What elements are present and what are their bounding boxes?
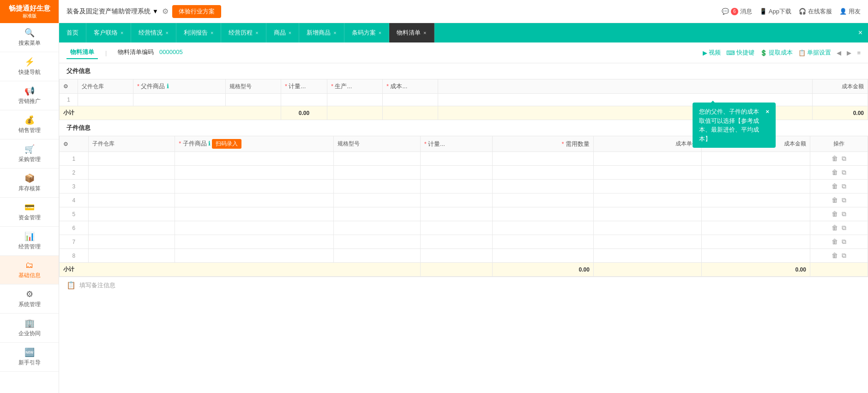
delete-icon-5[interactable]: 🗑 bbox=[832, 210, 838, 218]
copy-icon-3[interactable]: ⧉ bbox=[842, 182, 846, 190]
child-cell-spec-4[interactable] bbox=[334, 193, 421, 207]
child-cell-quantity-3[interactable] bbox=[492, 180, 593, 193]
delete-icon-1[interactable]: 🗑 bbox=[832, 155, 838, 163]
tab-goods[interactable]: 商品 × bbox=[266, 23, 299, 42]
child-cell-warehouse-2[interactable] bbox=[88, 166, 175, 180]
child-cell-unit-7[interactable] bbox=[420, 235, 492, 249]
sub-tab-bom-list[interactable]: 物料清单 bbox=[66, 46, 98, 59]
info-icon[interactable]: ℹ bbox=[167, 83, 169, 90]
tab-operation-history[interactable]: 经营历程 × bbox=[221, 23, 266, 42]
parent-col-settings[interactable]: ⚙ bbox=[60, 79, 78, 94]
bottom-label[interactable]: 填写备注信息 bbox=[79, 281, 115, 290]
copy-icon-5[interactable]: ⧉ bbox=[842, 210, 846, 218]
sidebar-item-guide[interactable]: 🆕 新手引导 bbox=[0, 343, 59, 372]
child-cell-warehouse-3[interactable] bbox=[88, 180, 175, 193]
copy-icon-2[interactable]: ⧉ bbox=[842, 169, 846, 176]
tab-bom[interactable]: 物料清单 × bbox=[389, 23, 434, 42]
tooltip-close-button[interactable]: × bbox=[766, 107, 769, 116]
child-cell-goods-4[interactable] bbox=[175, 193, 334, 207]
child-cell-spec-1[interactable] bbox=[334, 152, 421, 166]
tab-goods-close[interactable]: × bbox=[289, 30, 291, 36]
child-cell-quantity-2[interactable] bbox=[492, 166, 593, 180]
delete-icon-8[interactable]: 🗑 bbox=[832, 252, 838, 260]
child-cell-warehouse-8[interactable] bbox=[88, 249, 175, 263]
child-cell-warehouse-7[interactable] bbox=[88, 235, 175, 249]
single-settings-action[interactable]: 📋 单据设置 bbox=[798, 48, 831, 57]
delete-icon-7[interactable]: 🗑 bbox=[832, 238, 838, 246]
child-cell-unit-5[interactable] bbox=[420, 207, 492, 221]
child-col-settings[interactable]: ⚙ bbox=[60, 136, 89, 152]
child-cell-quantity-5[interactable] bbox=[492, 207, 593, 221]
tab-home[interactable]: 首页 bbox=[59, 23, 86, 42]
user-button[interactable]: 👤 用友 bbox=[839, 7, 861, 16]
tab-bom-close[interactable]: × bbox=[423, 30, 426, 36]
delete-icon-6[interactable]: 🗑 bbox=[832, 224, 838, 232]
child-cell-spec-6[interactable] bbox=[334, 221, 421, 235]
sidebar-item-search[interactable]: 🔍 搜索菜单 bbox=[0, 23, 59, 52]
child-cell-quantity-4[interactable] bbox=[492, 193, 593, 207]
shortcut-action[interactable]: ⌨ 快捷键 bbox=[726, 48, 754, 57]
sidebar-item-marketing[interactable]: 📢 营销推广 bbox=[0, 81, 59, 110]
delete-icon-4[interactable]: 🗑 bbox=[832, 196, 838, 204]
child-cell-goods-2[interactable] bbox=[175, 166, 334, 180]
tab-barcode[interactable]: 条码方案 × bbox=[344, 23, 389, 42]
tab-new-goods-close[interactable]: × bbox=[333, 30, 336, 36]
child-cell-warehouse-5[interactable] bbox=[88, 207, 175, 221]
table-view-icon[interactable]: ≡ bbox=[857, 49, 861, 56]
child-cell-quantity-1[interactable] bbox=[492, 152, 593, 166]
child-cell-goods-7[interactable] bbox=[175, 235, 334, 249]
topbar-title-dropdown[interactable]: 装备及固定资产辅助管理系统 ▼ bbox=[66, 7, 158, 16]
tab-barcode-close[interactable]: × bbox=[379, 30, 381, 36]
sidebar-item-inventory[interactable]: 📦 库存核算 bbox=[0, 169, 59, 198]
child-cell-spec-5[interactable] bbox=[334, 207, 421, 221]
online-service-button[interactable]: 🎧 在线客服 bbox=[799, 7, 832, 16]
copy-icon-7[interactable]: ⧉ bbox=[842, 238, 846, 246]
child-cell-goods-5[interactable] bbox=[175, 207, 334, 221]
child-cell-goods-1[interactable] bbox=[175, 152, 334, 166]
gear-button[interactable]: ⚙ bbox=[162, 7, 169, 16]
parent-cell-unit-1[interactable] bbox=[281, 94, 327, 106]
tab-customer[interactable]: 客户联络 × bbox=[86, 23, 131, 42]
parent-cell-warehouse-1[interactable] bbox=[78, 94, 133, 106]
next-arrow[interactable]: ▶ bbox=[847, 49, 851, 56]
child-cell-warehouse-4[interactable] bbox=[88, 193, 175, 207]
app-download-button[interactable]: 📱 App下载 bbox=[760, 7, 791, 16]
child-cell-quantity-7[interactable] bbox=[492, 235, 593, 249]
child-cell-spec-7[interactable] bbox=[334, 235, 421, 249]
child-info-icon[interactable]: ℹ bbox=[208, 140, 211, 147]
tab-profit-report-close[interactable]: × bbox=[211, 30, 213, 36]
nav-close-button[interactable]: × bbox=[853, 29, 868, 37]
child-cell-unit-4[interactable] bbox=[420, 193, 492, 207]
sidebar-item-basic-info[interactable]: 🗂 基础信息 bbox=[0, 256, 59, 284]
child-cell-unit-2[interactable] bbox=[420, 166, 492, 180]
tab-operation-status-close[interactable]: × bbox=[165, 30, 168, 36]
extract-cost-action[interactable]: 💲 提取成本 bbox=[760, 48, 793, 57]
child-cell-unit-3[interactable] bbox=[420, 180, 492, 193]
copy-icon-8[interactable]: ⧉ bbox=[842, 252, 846, 260]
view-action[interactable]: ▶ 视频 bbox=[703, 48, 721, 57]
child-cell-quantity-6[interactable] bbox=[492, 221, 593, 235]
sidebar-item-enterprise[interactable]: 🏢 企业协同 bbox=[0, 314, 59, 343]
sidebar-item-purchase[interactable]: 🛒 采购管理 bbox=[0, 139, 59, 169]
copy-icon-1[interactable]: ⧉ bbox=[842, 155, 846, 163]
message-button[interactable]: 💬 6 消息 bbox=[722, 7, 752, 16]
sidebar-item-operation[interactable]: 📊 经营管理 bbox=[0, 227, 59, 256]
tab-new-goods[interactable]: 新增商品 × bbox=[299, 23, 344, 42]
child-cell-goods-8[interactable] bbox=[175, 249, 334, 263]
sub-tab-bom-code[interactable]: 物料清单编码 0000005 bbox=[114, 46, 186, 59]
parent-cell-goods-1[interactable] bbox=[133, 94, 226, 106]
parent-cell-spec-1[interactable] bbox=[226, 94, 281, 106]
tab-customer-close[interactable]: × bbox=[121, 30, 123, 36]
child-cell-warehouse-6[interactable] bbox=[88, 221, 175, 235]
child-cell-unit-8[interactable] bbox=[420, 249, 492, 263]
child-cell-spec-8[interactable] bbox=[334, 249, 421, 263]
parent-cell-production-1[interactable] bbox=[327, 94, 383, 106]
prev-arrow[interactable]: ◀ bbox=[837, 49, 841, 56]
copy-icon-4[interactable]: ⧉ bbox=[842, 196, 846, 204]
parent-cell-cost-1[interactable] bbox=[383, 94, 438, 106]
child-cell-unit-1[interactable] bbox=[420, 152, 492, 166]
delete-icon-3[interactable]: 🗑 bbox=[832, 182, 838, 190]
experience-btn[interactable]: 体验行业方案 bbox=[172, 5, 221, 18]
child-cell-warehouse-1[interactable] bbox=[88, 152, 175, 166]
tab-operation-status[interactable]: 经营情况 × bbox=[131, 23, 176, 42]
